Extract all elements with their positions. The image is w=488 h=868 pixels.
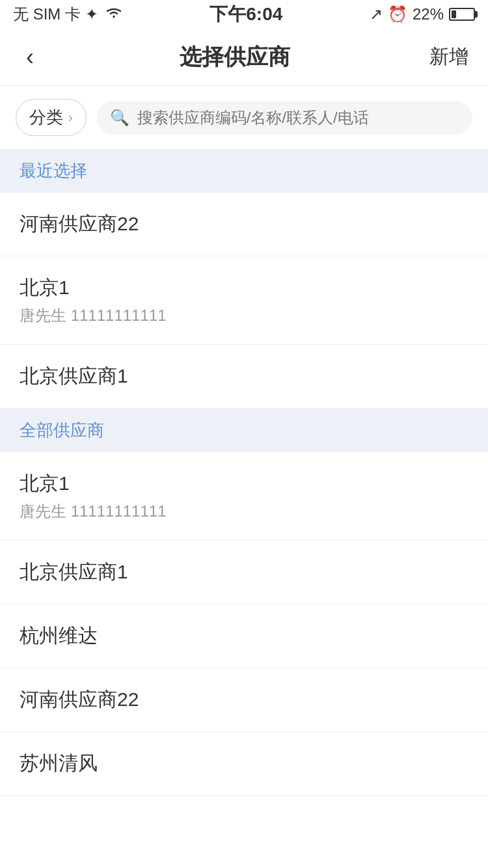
no-sim-text: 无 SIM 卡 ✦ [13,4,98,25]
category-label: 分类 [29,106,63,129]
wifi-icon [105,5,123,23]
back-button[interactable]: ‹ [20,37,40,77]
item-name: 苏州清风 [20,750,468,777]
search-icon: 🔍 [110,109,129,127]
item-name: 北京供应商1 [20,559,468,586]
item-name: 河南供应商22 [20,211,468,237]
item-name: 北京供应商1 [20,363,468,390]
list-item[interactable]: 北京1 唐先生 11111111111 [0,452,488,541]
all-section-label: 全部供应商 [20,420,104,440]
recent-list: 河南供应商22 北京1 唐先生 11111111111 北京供应商1 [0,193,488,409]
chevron-right-icon: › [68,110,73,125]
list-item[interactable]: 北京供应商1 [0,345,488,409]
battery-icon [449,8,475,21]
search-input-wrapper: 🔍 [97,101,472,135]
alarm-icon: ⏰ [388,5,407,23]
status-right: ↗ ⏰ 22% [370,5,475,23]
search-input[interactable] [137,109,459,127]
list-item[interactable]: 苏州清风 [0,732,488,796]
location-icon: ↗ [370,5,383,23]
status-left: 无 SIM 卡 ✦ [13,4,123,25]
category-button[interactable]: 分类 › [16,99,87,136]
recent-section-label: 最近选择 [20,161,87,180]
battery-percent: 22% [413,5,444,23]
all-list: 北京1 唐先生 11111111111 北京供应商1 杭州维达 河南供应商22 … [0,452,488,796]
recent-section-header: 最近选择 [0,149,488,193]
add-button[interactable]: 新增 [429,44,468,70]
status-bar: 无 SIM 卡 ✦ 下午6:04 ↗ ⏰ 22% [0,0,488,29]
item-name: 北京1 [20,470,468,497]
all-section-header: 全部供应商 [0,409,488,452]
list-item[interactable]: 北京供应商1 [0,541,488,604]
status-time: 下午6:04 [210,2,282,27]
list-item[interactable]: 河南供应商22 [0,668,488,732]
item-detail: 唐先生 11111111111 [20,305,468,326]
list-item[interactable]: 杭州维达 [0,604,488,668]
list-item[interactable]: 河南供应商22 [0,193,488,256]
item-name: 杭州维达 [20,623,468,649]
item-detail: 唐先生 11111111111 [20,501,468,522]
page-title: 选择供应商 [180,42,290,72]
nav-bar: ‹ 选择供应商 新增 [0,29,488,86]
item-name: 北京1 [20,275,468,301]
search-bar: 分类 › 🔍 [0,86,488,149]
item-name: 河南供应商22 [20,686,468,713]
list-item[interactable]: 北京1 唐先生 11111111111 [0,256,488,345]
